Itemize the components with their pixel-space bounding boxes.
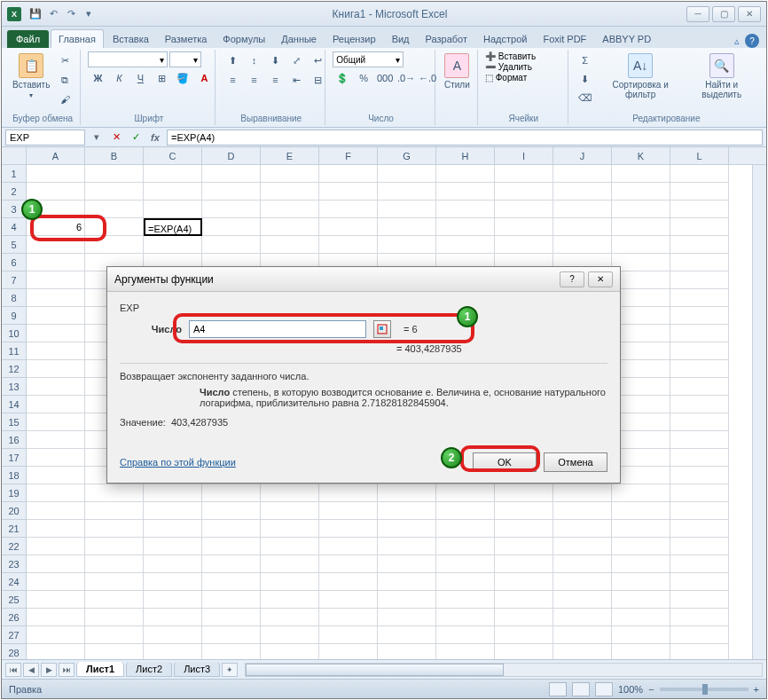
cell[interactable]	[495, 573, 553, 591]
cell[interactable]	[670, 591, 729, 609]
cell[interactable]	[495, 165, 553, 183]
cell[interactable]	[27, 626, 85, 644]
cell[interactable]	[378, 520, 436, 538]
zoom-in-icon[interactable]: +	[754, 684, 759, 695]
cell[interactable]	[670, 183, 729, 201]
sheet-nav-next-icon[interactable]: ▶	[41, 663, 57, 677]
cell[interactable]	[670, 413, 729, 431]
row-header[interactable]: 7	[2, 271, 26, 289]
cell[interactable]	[553, 218, 612, 236]
cell[interactable]	[202, 555, 261, 573]
cell[interactable]	[27, 396, 85, 413]
new-sheet-icon[interactable]: ✦	[222, 663, 238, 677]
cell[interactable]	[436, 165, 495, 183]
cell[interactable]	[495, 555, 553, 573]
cell[interactable]	[553, 183, 612, 201]
cell[interactable]	[378, 165, 436, 183]
cell[interactable]	[670, 520, 729, 538]
cell[interactable]	[85, 520, 144, 538]
cell[interactable]	[553, 165, 612, 183]
cell[interactable]	[27, 520, 85, 538]
undo-icon[interactable]: ↶	[46, 7, 60, 21]
cell[interactable]	[495, 520, 553, 538]
cell[interactable]	[27, 360, 85, 378]
cell[interactable]	[202, 183, 261, 201]
row-header[interactable]: 14	[2, 396, 26, 413]
cut-icon[interactable]: ✂	[55, 51, 74, 69]
cell[interactable]	[261, 484, 319, 502]
cell[interactable]	[436, 236, 495, 254]
cell[interactable]: =EXP(A4)	[144, 218, 202, 236]
find-select-button[interactable]: 🔍 Найти и выделить	[686, 51, 757, 101]
cell[interactable]	[27, 484, 85, 502]
cell[interactable]	[202, 165, 261, 183]
cell[interactable]	[670, 271, 729, 289]
insert-function-icon[interactable]: fx	[147, 130, 163, 146]
cell[interactable]	[27, 431, 85, 449]
styles-button[interactable]: A Стили	[443, 51, 472, 91]
argument-input[interactable]	[189, 320, 366, 338]
cell[interactable]	[553, 484, 612, 502]
cell[interactable]	[670, 644, 729, 659]
sort-filter-button[interactable]: A↓ Сортировка и фильтр	[599, 51, 683, 101]
cell[interactable]	[144, 626, 202, 644]
ok-button[interactable]: OK	[473, 452, 537, 472]
cell[interactable]	[202, 484, 261, 502]
close-button[interactable]: ✕	[738, 6, 761, 22]
autosum-icon[interactable]: Σ	[576, 51, 595, 69]
row-header[interactable]: 18	[2, 467, 26, 484]
row-header[interactable]: 23	[2, 555, 26, 573]
cell[interactable]	[261, 573, 319, 591]
column-header[interactable]: G	[378, 147, 436, 164]
cell[interactable]	[553, 520, 612, 538]
cell[interactable]	[27, 289, 85, 307]
cell[interactable]	[670, 484, 729, 502]
format-painter-icon[interactable]: 🖌	[55, 90, 74, 108]
copy-icon[interactable]: ⧉	[55, 71, 74, 89]
row-header[interactable]: 28	[2, 644, 26, 659]
cell[interactable]	[436, 555, 495, 573]
file-tab[interactable]: Файл	[7, 30, 49, 48]
cell[interactable]	[319, 236, 378, 254]
cell[interactable]	[27, 165, 85, 183]
zoom-out-icon[interactable]: −	[648, 684, 654, 695]
cell[interactable]	[436, 218, 495, 236]
cell[interactable]	[436, 484, 495, 502]
cell[interactable]	[612, 502, 670, 520]
cell[interactable]	[319, 609, 378, 626]
cell[interactable]	[144, 591, 202, 609]
cell[interactable]	[436, 591, 495, 609]
number-format-combo[interactable]: Общий▾	[333, 51, 404, 67]
tab-layout[interactable]: Разметка	[158, 30, 215, 48]
cell[interactable]	[612, 555, 670, 573]
cell[interactable]	[85, 591, 144, 609]
cell[interactable]	[27, 538, 85, 555]
cell[interactable]	[495, 502, 553, 520]
cell[interactable]	[670, 165, 729, 183]
cell[interactable]	[670, 342, 729, 360]
cell[interactable]	[27, 254, 85, 271]
orientation-icon[interactable]: ⤢	[286, 51, 306, 69]
cell[interactable]	[85, 484, 144, 502]
format-cell-icon[interactable]: ⬚	[485, 73, 493, 83]
cell[interactable]	[85, 201, 144, 218]
cell[interactable]	[670, 307, 729, 325]
cell[interactable]	[378, 502, 436, 520]
row-header[interactable]: 20	[2, 502, 26, 520]
cell[interactable]	[495, 626, 553, 644]
cancel-button[interactable]: Отмена	[544, 452, 607, 472]
cell[interactable]	[261, 626, 319, 644]
cell[interactable]	[553, 502, 612, 520]
cell[interactable]	[144, 183, 202, 201]
tab-formulas[interactable]: Формулы	[216, 30, 272, 48]
horizontal-scrollbar[interactable]	[245, 663, 763, 677]
row-header[interactable]: 9	[2, 307, 26, 325]
cell[interactable]	[495, 538, 553, 555]
help-link[interactable]: Справка по этой функции	[120, 457, 466, 468]
dialog-close-icon[interactable]: ✕	[588, 271, 613, 287]
cell[interactable]	[670, 289, 729, 307]
row-header[interactable]: 19	[2, 484, 26, 502]
indent-dec-icon[interactable]: ⇤	[286, 71, 306, 89]
cell[interactable]	[378, 538, 436, 555]
cell[interactable]	[85, 555, 144, 573]
